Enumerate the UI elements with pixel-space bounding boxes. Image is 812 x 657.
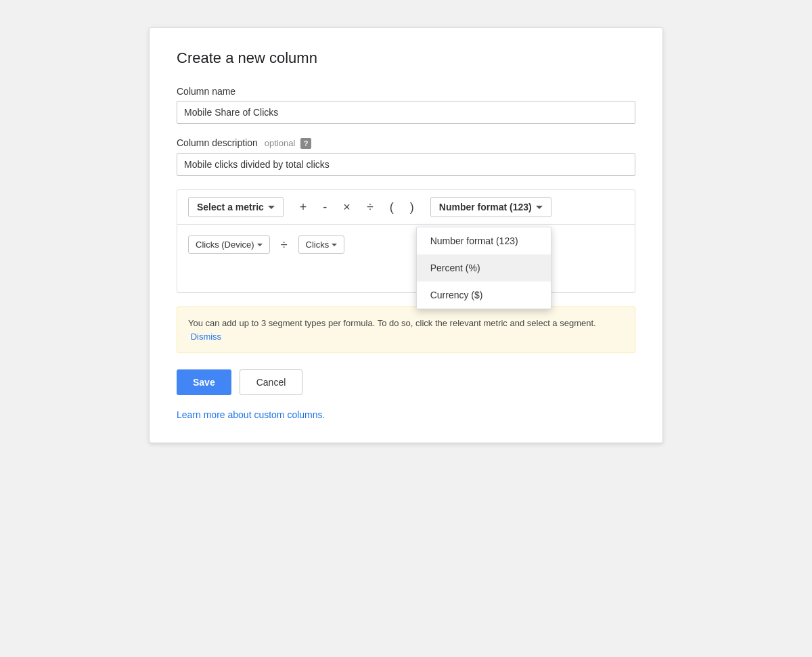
- save-button[interactable]: Save: [177, 369, 231, 395]
- divide-symbol: ÷: [277, 235, 292, 255]
- formula-header: Select a metric + - × ÷ ( ) Number forma…: [177, 190, 635, 225]
- multiply-operator-btn[interactable]: ×: [340, 199, 353, 216]
- help-icon[interactable]: ?: [300, 138, 311, 149]
- cancel-button[interactable]: Cancel: [240, 369, 303, 395]
- open-paren-btn[interactable]: (: [387, 199, 397, 216]
- dropdown-item-number-format[interactable]: Number format (123): [417, 227, 551, 254]
- minus-operator-btn[interactable]: -: [320, 199, 330, 216]
- metric1-chip[interactable]: Clicks (Device): [188, 235, 270, 254]
- close-paren-btn[interactable]: ): [407, 199, 417, 216]
- number-format-dropdown: Number format (123) Percent (%) Currency…: [416, 227, 551, 309]
- column-name-label: Column name: [177, 86, 635, 97]
- page-title: Create a new column: [177, 49, 635, 67]
- plus-operator-btn[interactable]: +: [297, 199, 310, 216]
- formula-body: Clicks (Device) ÷ Clicks: [177, 225, 635, 292]
- divide-operator-btn[interactable]: ÷: [364, 199, 376, 216]
- info-banner: You can add up to 3 segment types per fo…: [177, 307, 635, 353]
- dialog-container: Create a new column Column name Column d…: [149, 27, 663, 443]
- dropdown-item-percent[interactable]: Percent (%): [417, 254, 551, 281]
- column-description-label: Column description optional ?: [177, 137, 635, 149]
- learn-more-link[interactable]: Learn more about custom columns.: [177, 409, 325, 420]
- select-metric-button[interactable]: Select a metric: [188, 197, 284, 217]
- dismiss-link[interactable]: Dismiss: [191, 332, 222, 342]
- number-format-wrapper: Number format (123) Number format (123) …: [430, 197, 551, 217]
- operator-group: + - × ÷ ( ): [297, 199, 417, 216]
- button-row: Save Cancel: [177, 369, 635, 395]
- formula-section: Select a metric + - × ÷ ( ) Number forma…: [177, 189, 635, 293]
- column-name-input[interactable]: [177, 101, 635, 124]
- number-format-button[interactable]: Number format (123): [430, 197, 551, 217]
- column-description-input[interactable]: [177, 153, 635, 176]
- metric2-chip[interactable]: Clicks: [298, 235, 345, 254]
- dropdown-item-currency[interactable]: Currency ($): [417, 281, 551, 309]
